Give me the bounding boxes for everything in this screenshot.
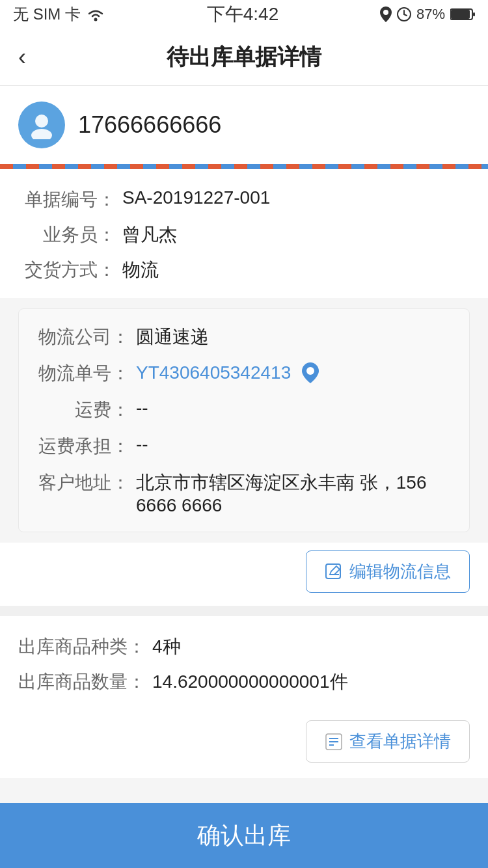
svg-point-9 [31,129,52,139]
confirm-button-label: 确认出库 [197,820,291,852]
section-divider-1 [0,606,488,616]
status-time: 下午4:42 [207,2,279,27]
user-header: 17666666666 [0,86,488,164]
map-pin-icon[interactable] [299,361,322,385]
location-icon [380,7,392,22]
freight-bearer-value: -- [136,434,456,455]
freight-label: 运费： [32,398,136,422]
confirm-bar[interactable]: 确认出库 [0,803,488,868]
view-details-button[interactable]: 查看单据详情 [306,720,470,763]
logistics-tracking-value: YT4306405342413 [136,361,456,385]
logistics-company-label: 物流公司： [32,325,136,349]
product-section: 出库商品种类： 4种 出库商品数量： 14.620000000000001件 [0,616,488,710]
delivery-type-value: 物流 [122,258,470,282]
list-icon [325,733,343,751]
dashed-divider [0,164,488,169]
customer-address-value: 北京市市辖区海淀区永丰南 张，156 6666 6666 [136,470,456,516]
product-type-label: 出库商品种类： [18,634,152,659]
order-no-value: SA-20191227-001 [122,187,470,208]
view-details-row: 查看单据详情 [0,710,488,778]
order-no-row: 单据编号： SA-20191227-001 [18,187,470,212]
edit-logistics-label: 编辑物流信息 [349,560,451,583]
sales-person-label: 业务员： [18,223,122,247]
svg-line-4 [404,14,407,16]
person-icon [27,111,56,139]
svg-rect-7 [473,12,475,16]
product-type-row: 出库商品种类： 4种 [18,634,470,659]
edit-button-row: 编辑物流信息 [0,543,488,606]
logistics-tracking-label: 物流单号： [32,361,136,386]
logistics-company-row: 物流公司： 圆通速递 [32,325,456,349]
view-details-label: 查看单据详情 [349,730,451,753]
back-icon: ‹ [18,44,26,70]
tracking-number: YT4306405342413 [136,362,291,383]
delivery-type-label: 交货方式： [18,258,122,282]
freight-value: -- [136,398,456,418]
svg-rect-6 [451,10,470,19]
clock-icon [397,7,411,21]
sales-person-row: 业务员： 曾凡杰 [18,223,470,247]
edit-icon [325,563,343,581]
status-right: 87% [380,6,475,23]
order-info-section: 单据编号： SA-20191227-001 业务员： 曾凡杰 交货方式： 物流 [0,169,488,298]
svg-point-1 [383,10,388,15]
wifi-icon [86,7,105,21]
edit-logistics-button[interactable]: 编辑物流信息 [306,550,470,593]
svg-point-10 [306,367,314,375]
svg-point-0 [94,18,98,21]
status-left: 无 SIM 卡 [13,4,105,25]
customer-address-label: 客户地址： [32,470,136,495]
product-type-value: 4种 [152,634,470,659]
product-quantity-label: 出库商品数量： [18,670,152,694]
back-button[interactable]: ‹ [18,44,26,71]
logistics-company-value: 圆通速递 [136,325,456,349]
order-no-label: 单据编号： [18,187,122,212]
freight-row: 运费： -- [32,398,456,422]
product-quantity-row: 出库商品数量： 14.620000000000001件 [18,670,470,694]
logistics-tracking-row: 物流单号： YT4306405342413 [32,361,456,386]
nav-bar: ‹ 待出库单据详情 [0,29,488,86]
sales-person-value: 曾凡杰 [122,223,470,247]
carrier-label: 无 SIM 卡 [13,4,81,25]
product-quantity-value: 14.620000000000001件 [152,670,470,694]
status-bar: 无 SIM 卡 下午4:42 87% [0,0,488,29]
svg-point-8 [35,115,48,128]
logistics-card: 物流公司： 圆通速递 物流单号： YT4306405342413 运费： -- … [18,308,470,532]
delivery-type-row: 交货方式： 物流 [18,258,470,282]
battery-icon [450,8,475,21]
page-title: 待出库单据详情 [167,42,321,72]
customer-address-row: 客户地址： 北京市市辖区海淀区永丰南 张，156 6666 6666 [32,470,456,516]
user-phone: 17666666666 [78,111,221,139]
avatar [18,102,65,148]
freight-bearer-row: 运费承担： -- [32,434,456,459]
battery-percent: 87% [416,6,445,23]
freight-bearer-label: 运费承担： [32,434,136,459]
